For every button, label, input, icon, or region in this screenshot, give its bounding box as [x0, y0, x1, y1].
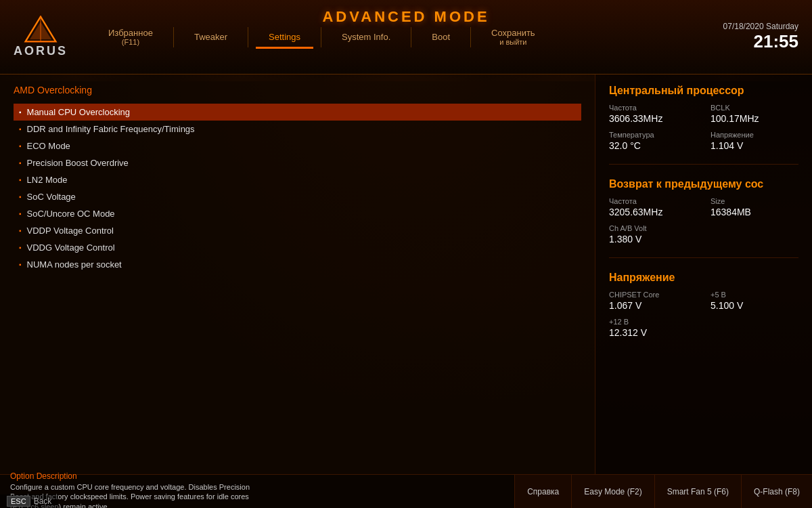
restore-volt-label: Ch A/B Volt [609, 224, 697, 232]
nav-favorites-label: Избранное [108, 28, 153, 38]
restore-freq-value: 3205.63MHz [609, 207, 697, 217]
restore-size-label: Size [710, 197, 798, 205]
footer-buttons: Справка Easy Mode (F2) Smart Fan 5 (F6) … [514, 475, 812, 508]
cpu-freq-value: 3606.33MHz [609, 113, 697, 124]
menu-item-vddg-label: VDDG Voltage Control [27, 242, 115, 253]
back-label: Back [34, 496, 52, 506]
menu-item-manual-cpu-label: Manual CPU Overclocking [27, 107, 130, 117]
menu-item-soc-uncore[interactable]: SoC/Uncore OC Mode [14, 205, 581, 222]
datetime: 07/18/2020 Saturday 21:55 [723, 22, 798, 52]
menu-item-ln2-mode[interactable]: LN2 Mode [14, 171, 581, 188]
aorus-logo-icon [24, 16, 58, 43]
easy-mode-button[interactable]: Easy Mode (F2) [571, 475, 654, 508]
nav-area: Избранное (F11) Tweaker Settings System … [88, 22, 723, 51]
bclk-label: BCLK [710, 104, 798, 112]
menu-item-soc-voltage-label: SoC Voltage [27, 192, 76, 202]
menu-item-soc-voltage[interactable]: SoC Voltage [14, 188, 581, 205]
restore-volt-group: Ch A/B Volt 1.380 V [609, 224, 697, 247]
logo-text: AORUS [14, 44, 68, 58]
menu-item-numa-label: NUMA nodes per socket [27, 259, 122, 270]
restore-section-title: Возврат к предыдущему сос [609, 178, 798, 190]
footer: Option Description Configure a custom CP… [0, 474, 812, 508]
menu-item-precision-label: Precision Boost Overdrive [27, 158, 129, 168]
option-desc-label: Option Description [10, 471, 504, 481]
nav-save-label: Сохранить [491, 28, 535, 38]
cpu-temp-label: Температура [609, 131, 697, 139]
esc-key[interactable]: ESC [7, 496, 30, 507]
nav-boot[interactable]: Boot [411, 26, 470, 47]
nav-boot-label: Boot [432, 32, 450, 42]
five-volt-group: +5 В 5.100 V [710, 291, 798, 314]
nav-settings-label: Settings [269, 32, 300, 42]
menu-item-eco-label: ECO Mode [27, 141, 70, 151]
nav-settings[interactable]: Settings [248, 26, 321, 47]
footer-description: Option Description Configure a custom CP… [0, 475, 514, 508]
voltage-info-grid: CHIPSET Core 1.067 V +5 В 5.100 V +12 В … [609, 291, 798, 341]
menu-item-vddg-voltage[interactable]: VDDG Voltage Control [14, 239, 581, 256]
chipset-core-label: CHIPSET Core [609, 291, 697, 299]
menu-item-precision-boost[interactable]: Precision Boost Overdrive [14, 154, 581, 171]
bclk-value: 100.17MHz [710, 113, 798, 124]
cpu-freq-group: Частота 3606.33MHz [609, 104, 697, 127]
menu-item-ddr-label: DDR and Infinity Fabric Frequency/Timing… [27, 124, 195, 134]
cpu-info-grid: Частота 3606.33MHz BCLK 100.17MHz Темпер… [609, 104, 798, 154]
nav-sysinfo[interactable]: System Info. [321, 26, 411, 47]
option-desc-text: Configure a custom CPU core frequency an… [10, 482, 504, 508]
menu-item-ddr-infinity[interactable]: DDR and Infinity Fabric Frequency/Timing… [14, 121, 581, 137]
menu-list: Manual CPU Overclocking DDR and Infinity… [14, 104, 581, 273]
main-content: AMD Overclocking Manual CPU Overclocking… [0, 75, 812, 474]
nav-save[interactable]: Сохранить и выйти [471, 22, 556, 51]
cpu-info-section: Центральный процессор Частота 3606.33MHz… [609, 85, 798, 165]
page-title: ADVANCED MODE [322, 8, 489, 26]
twelve-volt-label: +12 В [609, 318, 697, 326]
menu-item-eco-mode[interactable]: ECO Mode [14, 137, 581, 154]
nav-tweaker[interactable]: Tweaker [174, 26, 248, 47]
menu-item-soc-uncore-label: SoC/Uncore OC Mode [27, 209, 115, 219]
bclk-group: BCLK 100.17MHz [710, 104, 798, 127]
nav-save-sub: и выйти [499, 38, 526, 46]
restore-info-grid: Частота 3205.63MHz Size 16384MB Ch A/B V… [609, 197, 798, 247]
right-panel: Центральный процессор Частота 3606.33MHz… [595, 75, 812, 474]
menu-item-vddp-voltage[interactable]: VDDP Voltage Control [14, 222, 581, 239]
cpu-temp-group: Температура 32.0 °C [609, 131, 697, 154]
amd-overclocking-title: AMD Overclocking [14, 85, 581, 96]
menu-item-vddp-label: VDDP Voltage Control [27, 226, 114, 236]
left-panel: AMD Overclocking Manual CPU Overclocking… [0, 75, 595, 474]
nav-favorites[interactable]: Избранное (F11) [88, 22, 173, 51]
cpu-section-title: Центральный процессор [609, 85, 798, 97]
restore-freq-label: Частота [609, 197, 697, 205]
cpu-volt-value: 1.104 V [710, 140, 798, 151]
logo-area: AORUS [14, 16, 68, 58]
nav-favorites-sub: (F11) [122, 38, 139, 46]
voltage-section-title: Напряжение [609, 272, 798, 284]
header: AORUS ADVANCED MODE Избранное (F11) Twea… [0, 0, 812, 75]
menu-item-manual-cpu[interactable]: Manual CPU Overclocking [14, 104, 581, 121]
header-right: 07/18/2020 Saturday 21:55 [723, 22, 798, 52]
menu-item-numa-nodes[interactable]: NUMA nodes per socket [14, 256, 581, 273]
cpu-temp-value: 32.0 °C [609, 140, 697, 151]
cpu-volt-label: Напряжение [710, 131, 798, 139]
five-volt-value: 5.100 V [710, 300, 798, 311]
qflash-button[interactable]: Q-Flash (F8) [741, 475, 812, 508]
cpu-freq-label: Частота [609, 104, 697, 112]
twelve-volt-group: +12 В 12.312 V [609, 318, 697, 341]
date-display: 07/18/2020 Saturday [723, 22, 798, 31]
restore-size-group: Size 16384MB [710, 197, 798, 220]
chipset-core-value: 1.067 V [609, 300, 697, 311]
twelve-volt-value: 12.312 V [609, 327, 697, 338]
help-button[interactable]: Справка [514, 475, 571, 508]
restore-volt-value: 1.380 V [609, 234, 697, 245]
nav-sysinfo-label: System Info. [342, 32, 390, 42]
chipset-core-group: CHIPSET Core 1.067 V [609, 291, 697, 314]
esc-bar: ESC Back [0, 494, 58, 508]
menu-item-ln2-label: LN2 Mode [27, 175, 68, 185]
voltage-info-section: Напряжение CHIPSET Core 1.067 V +5 В 5.1… [609, 272, 798, 351]
restore-size-value: 16384MB [710, 207, 798, 217]
smart-fan-button[interactable]: Smart Fan 5 (F6) [654, 475, 741, 508]
time-display: 21:55 [723, 31, 798, 52]
cpu-volt-group: Напряжение 1.104 V [710, 131, 798, 154]
nav-tweaker-label: Tweaker [194, 32, 227, 42]
five-volt-label: +5 В [710, 291, 798, 299]
restore-freq-group: Частота 3205.63MHz [609, 197, 697, 220]
restore-info-section: Возврат к предыдущему сос Частота 3205.6… [609, 178, 798, 258]
